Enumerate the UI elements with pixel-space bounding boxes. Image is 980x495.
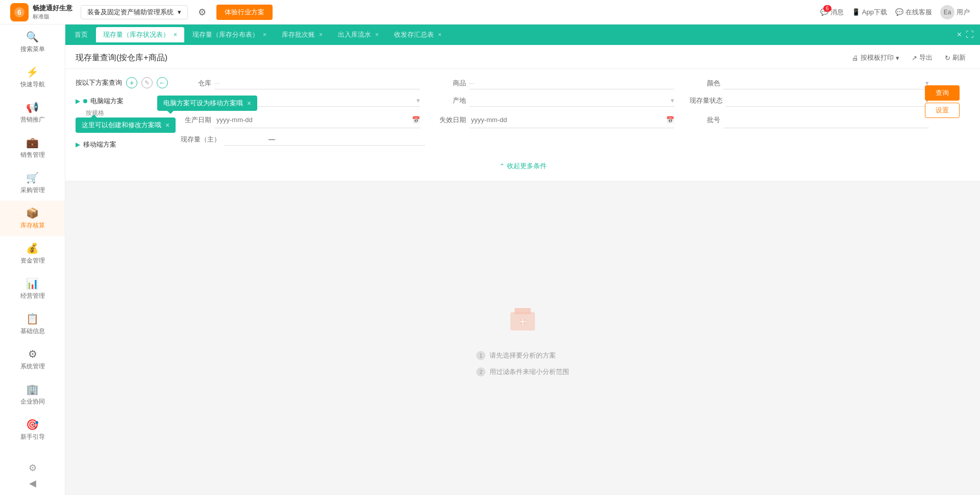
filter-batch: 批号 bbox=[690, 112, 929, 128]
trial-button[interactable]: 体验行业方案 bbox=[216, 5, 273, 20]
sidebar-item-inventory[interactable]: 📦库存核算 bbox=[0, 201, 65, 236]
tab-stock-dist[interactable]: 现存量（库存分布表）× bbox=[185, 27, 274, 42]
sidebar-item-label: 企业协同 bbox=[20, 397, 45, 406]
tab-stock-status[interactable]: 现存量（库存状况表）× bbox=[96, 27, 184, 42]
app-download-button[interactable]: 📱 App下载 bbox=[852, 8, 887, 17]
tab-close-stock-status[interactable]: × bbox=[174, 31, 177, 38]
empty-tips: 1 请先选择要分析的方案 2 用过滤条件来缩小分析范围 bbox=[476, 349, 569, 379]
reset-button[interactable]: 设置 bbox=[925, 103, 960, 118]
sidebar-item-sales[interactable]: 💼销售管理 bbox=[0, 130, 65, 166]
online-service-button[interactable]: 💬 在线客服 bbox=[895, 8, 932, 17]
tooltip1-close[interactable]: × bbox=[247, 99, 251, 107]
brand-text: 畅捷通好生意 标准版 bbox=[33, 4, 72, 21]
tab-close-inout-flow[interactable]: × bbox=[375, 31, 379, 38]
app-logo: 6 bbox=[10, 3, 29, 21]
sidebar-item-purchase[interactable]: 🛒采购管理 bbox=[0, 166, 65, 201]
filter-color: 颜色 ▾ bbox=[690, 77, 929, 89]
quick-nav-icon: ⚡ bbox=[26, 66, 39, 78]
sidebar-item-quick-nav[interactable]: ⚡快速导航 bbox=[0, 60, 65, 95]
guide-icon: 🎯 bbox=[26, 418, 39, 431]
filter-warehouse: 仓库 ··· bbox=[181, 77, 420, 89]
mobile-scheme-node[interactable]: ▶ 移动端方案 bbox=[76, 138, 173, 151]
sidebar-item-search-menu[interactable]: 🔍搜索菜单 bbox=[0, 25, 65, 60]
tab-recv-summary[interactable]: 收发存汇总表× bbox=[387, 27, 449, 42]
batch-input[interactable] bbox=[723, 114, 929, 126]
tab-label-home: 首页 bbox=[75, 30, 88, 39]
sidebar-item-label: 新手引导 bbox=[20, 433, 45, 441]
tab-batch-ledger[interactable]: 库存批次账× bbox=[275, 27, 330, 42]
filter-stock-status: 现存量状态 ▾ bbox=[690, 95, 929, 107]
sidebar-item-operations[interactable]: 📊经营管理 bbox=[0, 271, 65, 307]
collapse-button[interactable]: ⌃ 收起更多条件 bbox=[76, 157, 970, 173]
sidebar-item-label: 系统管理 bbox=[20, 362, 45, 371]
sidebar-item-label: 经营管理 bbox=[20, 292, 45, 300]
stock-qty-min-input[interactable] bbox=[224, 135, 264, 143]
filter-add-button[interactable]: + bbox=[126, 77, 137, 88]
tab-label-recv-summary: 收发存汇总表 bbox=[394, 30, 434, 39]
sidebar-item-system[interactable]: ⚙系统管理 bbox=[0, 342, 65, 377]
export-button[interactable]: ↗ 导出 bbox=[908, 51, 937, 64]
sidebar-item-label: 基础信息 bbox=[20, 327, 45, 336]
sidebar-item-label: 资金管理 bbox=[20, 256, 45, 265]
sidebar-item-guide[interactable]: 🎯新手引导 bbox=[0, 412, 65, 447]
operations-icon: 📊 bbox=[26, 277, 39, 290]
prod-date-calendar-icon[interactable]: 📅 bbox=[412, 116, 420, 124]
filter-origin: 产地 ▾ bbox=[435, 95, 675, 107]
marketing-icon: 📢 bbox=[26, 101, 39, 113]
filter-stock-qty: 现存量（主） — bbox=[181, 133, 425, 146]
product-picker[interactable]: ··· bbox=[469, 79, 475, 87]
tab-close-all[interactable]: × bbox=[957, 30, 962, 39]
system-selector[interactable]: 装备及固定资产辅助管理系统 ▾ bbox=[81, 5, 188, 19]
tab-close-stock-dist[interactable]: × bbox=[263, 31, 266, 38]
search-button[interactable]: 查询 bbox=[925, 85, 960, 101]
prod-date-input[interactable] bbox=[214, 114, 412, 126]
purchase-icon: 🛒 bbox=[26, 172, 39, 184]
user-menu[interactable]: Ea 用户 bbox=[940, 5, 970, 19]
page-title: 现存量查询(按仓库+商品) bbox=[76, 53, 167, 63]
svg-rect-3 bbox=[514, 308, 531, 314]
filter-prod-date: 生产日期 📅 bbox=[181, 112, 420, 128]
filter-edit-button[interactable]: ✎ bbox=[141, 77, 153, 88]
search-btn-group: 查询 设置 bbox=[925, 85, 960, 118]
tab-home[interactable]: 首页 bbox=[67, 27, 95, 42]
sidebar-item-label: 采购管理 bbox=[20, 186, 45, 195]
filter-label: 按以下方案查询 bbox=[76, 78, 122, 87]
sidebar-collapse-icon[interactable]: ◀ bbox=[29, 478, 36, 489]
sidebar-item-marketing[interactable]: 📢营销推广 bbox=[0, 95, 65, 130]
avatar: Ea bbox=[940, 5, 954, 19]
stock-qty-max-input[interactable] bbox=[279, 135, 425, 143]
tooltip-desktop-scheme: 电脑方案可设为移动方案哦 × bbox=[157, 96, 257, 111]
sidebar-item-enterprise[interactable]: 🏢企业协同 bbox=[0, 377, 65, 412]
sales-icon: 💼 bbox=[26, 136, 39, 149]
svg-text:6: 6 bbox=[17, 8, 21, 16]
sidebar-settings-icon[interactable]: ⚙ bbox=[29, 462, 37, 474]
warehouse-picker[interactable]: ··· bbox=[214, 79, 220, 87]
expire-date-input[interactable] bbox=[469, 114, 667, 126]
filter-expire-date: 失效日期 📅 bbox=[435, 112, 675, 128]
tab-label-batch-ledger: 库存批次账 bbox=[282, 30, 315, 39]
sidebar-item-finance[interactable]: 💰资金管理 bbox=[0, 236, 65, 271]
system-icon: ⚙ bbox=[28, 348, 37, 360]
finance-icon: 💰 bbox=[26, 242, 39, 254]
origin-dropdown-icon[interactable]: ▾ bbox=[671, 97, 674, 104]
tooltip2-close[interactable]: × bbox=[165, 121, 169, 129]
refresh-button[interactable]: ↻ 刷新 bbox=[941, 51, 970, 64]
tab-fullscreen[interactable]: ⛶ bbox=[966, 30, 974, 39]
tab-close-batch-ledger[interactable]: × bbox=[319, 31, 323, 38]
sidebar-item-basic-info[interactable]: 📋基础信息 bbox=[0, 307, 65, 342]
tab-inout-flow[interactable]: 出入库流水× bbox=[331, 27, 386, 42]
sidebar-item-label: 营销推广 bbox=[20, 115, 45, 124]
tab-close-recv-summary[interactable]: × bbox=[438, 31, 442, 38]
sidebar-item-label: 库存核算 bbox=[20, 221, 45, 230]
settings-icon[interactable]: ⚙ bbox=[196, 5, 208, 20]
filter-product: 商品 ··· bbox=[435, 77, 675, 89]
message-button[interactable]: 💬 6 消息 bbox=[820, 8, 844, 17]
search-menu-icon: 🔍 bbox=[26, 31, 39, 43]
size-dropdown-icon[interactable]: ▾ bbox=[416, 97, 420, 104]
print-button[interactable]: 🖨 按模板打印 ▾ bbox=[848, 51, 903, 64]
expire-date-calendar-icon[interactable]: 📅 bbox=[666, 116, 674, 124]
sidebar-item-label: 销售管理 bbox=[20, 151, 45, 159]
filter-back-button[interactable]: ← bbox=[157, 77, 168, 88]
basic-info-icon: 📋 bbox=[26, 313, 39, 325]
tab-label-stock-status: 现存量（库存状况表） bbox=[103, 30, 169, 39]
